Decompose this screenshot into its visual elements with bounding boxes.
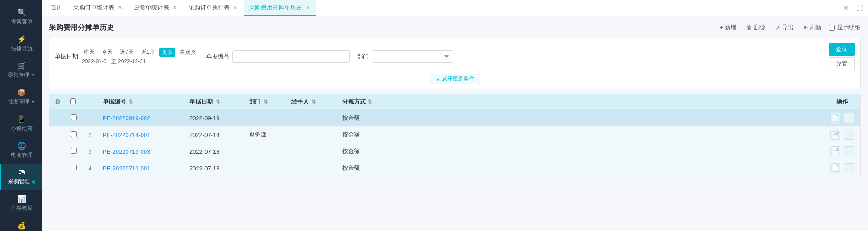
tabs-bar: 首页 采购订单统计表 ✕ 进货单统计表 ✕ 采购订单执行表 ✕ 采购费用分摊单历…: [42, 0, 868, 16]
show-cols-toggle[interactable]: 显示明细: [829, 24, 861, 32]
doc-no-link-2[interactable]: PE-20220714-001: [103, 132, 151, 138]
th-actions: 操作: [824, 94, 860, 110]
expand-more-button[interactable]: ∨ 展开更多条件: [430, 74, 480, 84]
view-button-1[interactable]: 📄: [830, 113, 840, 123]
table-row: 1 PE-20220919-002 2022-09-19 按金额 📄 ⋮: [49, 110, 860, 127]
td-checkbox-1: [66, 110, 82, 127]
sidebar-item-shortcut[interactable]: ⚡ 快捷导航: [0, 30, 42, 57]
tab-close-inbound-summary[interactable]: ✕: [172, 4, 178, 11]
th-split-method: 分摊方式 ⇅: [338, 94, 824, 110]
purchase-icon: 🛍: [3, 168, 40, 176]
row-checkbox-4[interactable]: [71, 165, 77, 170]
td-dept-4: [245, 160, 287, 177]
tab-home[interactable]: 首页: [45, 0, 68, 16]
date-opt-1month[interactable]: 近1月: [138, 48, 158, 57]
doc-no-label: 单据编号: [206, 52, 230, 61]
search-icon: 🔍: [3, 8, 40, 17]
td-doc-no-4: PE-20220713-001: [98, 160, 185, 177]
th-doc-no: 单据编号 ⇅: [98, 94, 185, 110]
maximize-button[interactable]: ⛶: [854, 4, 864, 13]
td-no-2: 2: [82, 127, 98, 143]
filter-actions: 查询 设置: [829, 43, 855, 70]
table-row: 2 PE-20220714-001 2022-07-14 财务部 按金额 📄 ⋮: [49, 127, 860, 143]
tab-purchase-cost-history[interactable]: 采购费用分摊单历史 ✕: [244, 0, 316, 16]
delete-button[interactable]: 🗑 删除: [744, 22, 768, 33]
main-area: 首页 采购订单统计表 ✕ 进货单统计表 ✕ 采购订单执行表 ✕ 采购费用分摊单历…: [42, 0, 868, 231]
chevron-down-icon: ∨: [436, 76, 440, 82]
date-opt-today[interactable]: 今天: [99, 48, 115, 57]
sidebar-item-purchase[interactable]: 🛍 采购管理 ◀: [0, 164, 42, 190]
add-button[interactable]: + 新增: [717, 22, 739, 33]
doc-no-link-4[interactable]: PE-20220713-001: [103, 165, 151, 172]
doc-no-link-3[interactable]: PE-20220713-003: [103, 148, 151, 155]
doc-no-link-1[interactable]: PE-20220919-002: [103, 115, 151, 122]
sidebar-item-ecommerce[interactable]: 🌐 电商管理: [0, 137, 42, 164]
sort-icon-date[interactable]: ⇅: [216, 99, 220, 104]
tab-purchase-order-exec[interactable]: 采购订单执行表 ✕: [183, 0, 244, 16]
td-checkbox-2: [66, 127, 82, 143]
sidebar: 🔍 搜索菜单 ⚡ 快捷导航 🛒 零售管理 ▼ 📦 批发管理 ▼ 📱 小畅电商 🌐…: [0, 0, 42, 231]
more-button-4[interactable]: ⋮: [844, 163, 854, 173]
sort-icon-dept[interactable]: ⇅: [264, 99, 268, 104]
dept-select[interactable]: 财务部: [372, 50, 453, 63]
th-checkbox: [66, 94, 82, 110]
query-button[interactable]: 查询: [829, 43, 855, 56]
td-handler-3: [287, 143, 338, 160]
view-button-4[interactable]: 📄: [830, 163, 840, 173]
row-checkbox-2[interactable]: [71, 131, 77, 137]
th-date-label: 单据日期: [189, 98, 213, 105]
sidebar-item-mobile[interactable]: 📱 小畅电商: [0, 110, 42, 137]
th-dept: 部门 ⇅: [245, 94, 287, 110]
sort-icon-split-method[interactable]: ⇅: [368, 99, 372, 104]
td-dept-2: 财务部: [245, 127, 287, 143]
date-opt-custom[interactable]: 自定义: [177, 48, 199, 57]
tab-close-purchase-order-summary[interactable]: ✕: [117, 4, 123, 11]
dept-filter: 部门 财务部: [357, 50, 453, 63]
select-all-checkbox[interactable]: [70, 98, 76, 104]
sort-icon-handler[interactable]: ⇅: [311, 99, 316, 104]
td-doc-no-2: PE-20220714-001: [98, 127, 185, 143]
date-opt-7days[interactable]: 近7天: [117, 48, 137, 57]
column-settings-icon[interactable]: ⚙: [55, 98, 61, 105]
row-checkbox-1[interactable]: [71, 114, 77, 120]
date-opt-more[interactable]: 更多: [159, 48, 175, 57]
td-date-3: 2022-07-13: [185, 143, 245, 160]
page-content: 采购费用分摊单历史 + 新增 🗑 删除 ↗ 导出 ↻ 刷新: [42, 16, 868, 231]
sidebar-item-retail[interactable]: 🛒 零售管理 ▼: [0, 57, 42, 84]
tab-inbound-summary[interactable]: 进货单统计表 ✕: [128, 0, 183, 16]
date-range-display: 2022-01-01 至 2022-12-31: [82, 58, 199, 66]
tab-purchase-order-summary[interactable]: 采购订单统计表 ✕: [68, 0, 128, 16]
td-handler-2: [287, 127, 338, 143]
sidebar-item-inventory[interactable]: 📊 库存核算: [0, 190, 42, 217]
show-cols-checkbox[interactable]: [829, 25, 835, 31]
row-checkbox-3[interactable]: [71, 148, 77, 154]
sidebar-item-finance[interactable]: 💰 资金管理: [0, 217, 42, 231]
refresh-icon: ↻: [803, 24, 808, 31]
close-all-tabs-button[interactable]: ✕: [842, 4, 851, 13]
td-actions-2: 📄 ⋮: [824, 127, 860, 143]
filter-settings-button[interactable]: 设置: [829, 57, 855, 70]
view-button-2[interactable]: 📄: [830, 130, 840, 140]
filter-row: 单据日期 昨天 今天 近7天 近1月 更多 自定义 2022-01-01 至 2…: [55, 43, 855, 70]
sidebar-item-search[interactable]: 🔍 搜索菜单: [0, 4, 42, 30]
doc-no-input[interactable]: [232, 50, 350, 63]
sidebar-item-wholesale[interactable]: 📦 批发管理 ▼: [0, 84, 42, 110]
more-button-2[interactable]: ⋮: [844, 130, 854, 140]
header-actions: + 新增 🗑 删除 ↗ 导出 ↻ 刷新 显示明细: [717, 22, 861, 33]
more-button-1[interactable]: ⋮: [844, 113, 854, 123]
tab-close-purchase-cost-history[interactable]: ✕: [305, 4, 311, 11]
tab-close-purchase-order-exec[interactable]: ✕: [232, 4, 238, 11]
export-button[interactable]: ↗ 导出: [773, 22, 796, 33]
th-handler-label: 经手人: [291, 98, 309, 105]
data-table: ⚙ 单据编号 ⇅ 单据日期 ⇅: [49, 94, 860, 177]
sort-icon-doc-no[interactable]: ⇅: [129, 99, 133, 104]
view-button-3[interactable]: 📄: [830, 146, 840, 156]
td-settings-2: [49, 127, 66, 143]
td-no-4: 4: [82, 160, 98, 177]
td-actions-4: 📄 ⋮: [824, 160, 860, 177]
refresh-button[interactable]: ↻ 刷新: [801, 22, 824, 33]
date-opt-yesterday[interactable]: 昨天: [81, 48, 97, 57]
td-split-method-4: 按金额: [338, 160, 824, 177]
th-split-method-label: 分摊方式: [342, 98, 366, 105]
more-button-3[interactable]: ⋮: [844, 146, 854, 156]
